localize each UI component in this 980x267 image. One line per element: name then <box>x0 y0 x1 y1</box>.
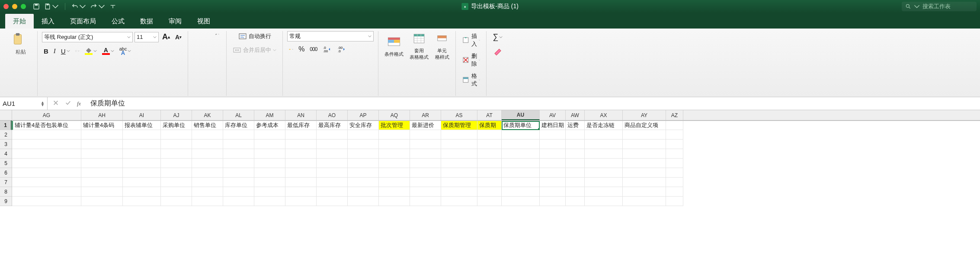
cell-AW1[interactable]: 运费 <box>566 121 585 130</box>
cell-AX4[interactable] <box>585 149 623 159</box>
cell-AW4[interactable] <box>566 149 585 159</box>
col-header-AX[interactable]: AX <box>585 110 623 120</box>
cell-AW5[interactable] <box>566 159 585 168</box>
cell-AQ1[interactable]: 批次管理 <box>379 121 410 130</box>
cell-AM5[interactable] <box>254 159 285 168</box>
wrap-text-button[interactable]: 自动换行 <box>231 31 278 41</box>
insert-cells-button[interactable]: 插入 <box>460 31 482 49</box>
cell-AN2[interactable] <box>285 130 317 140</box>
cell-AN7[interactable] <box>285 178 317 187</box>
cell-AV1[interactable]: 建档日期 <box>540 121 566 130</box>
increase-indent-button[interactable] <box>218 40 222 42</box>
col-header-AV[interactable]: AV <box>540 110 566 120</box>
zoom-window-button[interactable] <box>21 4 26 9</box>
col-header-AZ[interactable]: AZ <box>666 110 683 120</box>
cell-AH1[interactable]: 辅计量4条码 <box>81 121 123 130</box>
cell-AM6[interactable] <box>254 168 285 178</box>
cell-AP3[interactable] <box>348 140 379 149</box>
cell-AO1[interactable]: 最高库存 <box>317 121 348 130</box>
border-button[interactable] <box>74 48 81 54</box>
cell-AZ6[interactable] <box>666 168 683 178</box>
cell-AV8[interactable] <box>540 187 566 197</box>
col-header-AN[interactable]: AN <box>285 110 317 120</box>
cell-AO4[interactable] <box>317 149 348 159</box>
cell-AI8[interactable] <box>123 187 161 197</box>
cell-AK2[interactable] <box>192 130 223 140</box>
cell-AU6[interactable] <box>502 168 540 178</box>
cell-AW8[interactable] <box>566 187 585 197</box>
cell-AO7[interactable] <box>317 178 348 187</box>
phonetic-button[interactable]: abcA <box>118 45 133 57</box>
cell-AO2[interactable] <box>317 130 348 140</box>
cell-AJ7[interactable] <box>161 178 192 187</box>
italic-button[interactable]: I <box>52 46 58 56</box>
fx-icon[interactable]: fx <box>77 100 81 107</box>
cell-AN5[interactable] <box>285 159 317 168</box>
cell-AI7[interactable] <box>123 178 161 187</box>
cell-AI5[interactable] <box>123 159 161 168</box>
cell-AY6[interactable] <box>623 168 666 178</box>
save-icon[interactable] <box>44 3 59 10</box>
cell-AO6[interactable] <box>317 168 348 178</box>
cell-AV3[interactable] <box>540 140 566 149</box>
cell-AL7[interactable] <box>223 178 254 187</box>
cell-AL6[interactable] <box>223 168 254 178</box>
cell-AS2[interactable] <box>441 130 477 140</box>
cell-AS3[interactable] <box>441 140 477 149</box>
cell-AH9[interactable] <box>81 197 123 206</box>
cell-AH5[interactable] <box>81 159 123 168</box>
cell-AN6[interactable] <box>285 168 317 178</box>
cell-AK7[interactable] <box>192 178 223 187</box>
cell-AQ9[interactable] <box>379 197 410 206</box>
cell-AT6[interactable] <box>477 168 502 178</box>
cell-AK9[interactable] <box>192 197 223 206</box>
align-bottom-button[interactable] <box>203 33 206 35</box>
format-cells-button[interactable]: 格式 <box>460 71 482 89</box>
tab-数据[interactable]: 数据 <box>132 14 161 29</box>
cell-AH3[interactable] <box>81 140 123 149</box>
tab-公式[interactable]: 公式 <box>104 14 132 29</box>
fill-color-button[interactable] <box>83 46 99 56</box>
cell-AV5[interactable] <box>540 159 566 168</box>
cut-button[interactable] <box>29 35 33 37</box>
cell-AJ2[interactable] <box>161 130 192 140</box>
cell-AY7[interactable] <box>623 178 666 187</box>
cell-AZ8[interactable] <box>666 187 683 197</box>
cell-AW9[interactable] <box>566 197 585 206</box>
cell-AW7[interactable] <box>566 178 585 187</box>
cell-AN8[interactable] <box>285 187 317 197</box>
number-format-combo[interactable]: 常规 <box>287 31 374 41</box>
col-header-AH[interactable]: AH <box>81 110 123 120</box>
cell-AT1[interactable]: 保质期 <box>477 121 502 130</box>
cell-AL2[interactable] <box>223 130 254 140</box>
cell-AZ4[interactable] <box>666 149 683 159</box>
col-header-AL[interactable]: AL <box>223 110 254 120</box>
cell-AX6[interactable] <box>585 168 623 178</box>
cell-AK1[interactable]: 销售单位 <box>192 121 223 130</box>
comma-button[interactable]: 000 <box>308 45 319 54</box>
row-header-9[interactable]: 9 <box>0 197 12 206</box>
col-header-AR[interactable]: AR <box>410 110 441 120</box>
cell-AX3[interactable] <box>585 140 623 149</box>
cell-AP5[interactable] <box>348 159 379 168</box>
cell-AV4[interactable] <box>540 149 566 159</box>
cell-AN4[interactable] <box>285 149 317 159</box>
name-box[interactable]: AU1 ▲▼ <box>0 97 48 110</box>
cell-AU1[interactable]: 保质期单位 <box>502 121 540 130</box>
cell-AX8[interactable] <box>585 187 623 197</box>
cell-AG3[interactable] <box>12 140 81 149</box>
cell-AH8[interactable] <box>81 187 123 197</box>
cell-AR7[interactable] <box>410 178 441 187</box>
select-all-corner[interactable] <box>0 110 12 121</box>
tab-插入[interactable]: 插入 <box>34 14 62 29</box>
col-header-AJ[interactable]: AJ <box>161 110 192 120</box>
col-header-AS[interactable]: AS <box>441 110 477 120</box>
font-name-combo[interactable]: 等线 Regular (正文) <box>42 32 133 42</box>
cell-AG6[interactable] <box>12 168 81 178</box>
cell-AY2[interactable] <box>623 130 666 140</box>
cell-AX7[interactable] <box>585 178 623 187</box>
cell-AZ2[interactable] <box>666 130 683 140</box>
cell-AI1[interactable]: 报表辅单位 <box>123 121 161 130</box>
row-header-2[interactable]: 2 <box>0 130 12 140</box>
orientation-button[interactable]: ab <box>213 31 221 37</box>
